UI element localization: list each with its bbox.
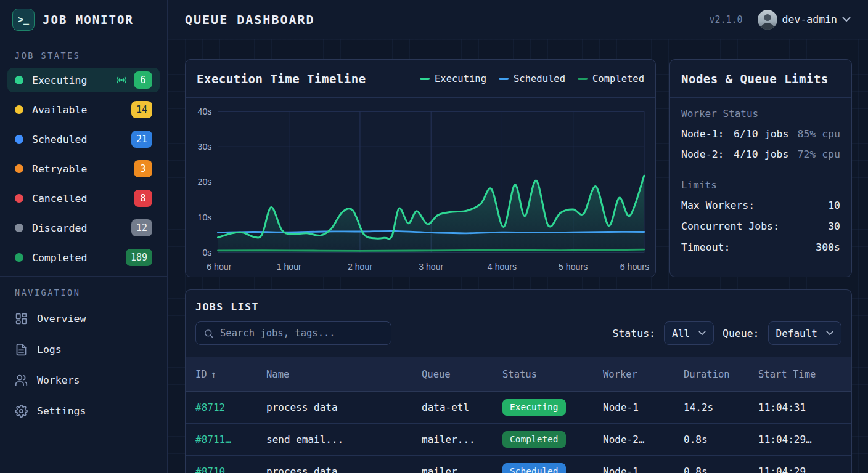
chevron-down-icon [698, 331, 706, 336]
completed-count-badge: 189 [126, 249, 152, 266]
chevron-down-icon [826, 331, 833, 336]
svg-text:6 hour: 6 hour [207, 262, 231, 272]
job-duration: 0.8s [674, 466, 748, 473]
table-row[interactable]: #8711… send_email... mailer... Completed… [186, 424, 851, 456]
job-duration: 0.8s [674, 434, 748, 445]
search-input[interactable] [220, 328, 383, 339]
sidebar-item-workers[interactable]: Workers [7, 366, 160, 394]
sidebar-item-available[interactable]: Available 14 [7, 97, 160, 122]
svg-text:10s: 10s [198, 212, 212, 222]
column-header-queue[interactable]: Queue [412, 369, 493, 380]
dashboard-grid-icon [15, 312, 28, 325]
sidebar-item-completed[interactable]: Completed 189 [7, 245, 160, 270]
job-duration: 14.2s [674, 402, 748, 413]
available-dot-icon [15, 105, 23, 114]
status-filter-label: Status: [613, 328, 656, 339]
sidebar-item-discarded[interactable]: Discarded 12 [7, 216, 160, 240]
gear-icon [15, 405, 28, 418]
cancelled-count-badge: 8 [134, 190, 152, 207]
scheduled-legend-swatch [499, 78, 509, 80]
app-brand-title: JOB MONITOR [43, 13, 134, 26]
job-queue: mailer [412, 466, 493, 473]
search-icon [203, 328, 214, 339]
status-pill: Scheduled [502, 463, 566, 473]
sidebar-item-executing[interactable]: Executing 6 [7, 68, 160, 92]
navigation-section-label: NAVIGATION [7, 288, 160, 297]
job-name: send_email... [256, 434, 412, 445]
users-icon [15, 374, 28, 387]
sidebar-item-logs[interactable]: Logs [7, 336, 160, 363]
legend-item-scheduled[interactable]: Scheduled [499, 73, 565, 84]
sidebar-item-scheduled[interactable]: Scheduled 21 [7, 127, 160, 152]
svg-text:2 hour: 2 hour [348, 262, 372, 272]
job-queue: data-etl [412, 402, 493, 413]
job-id-link[interactable]: #8710 [186, 466, 256, 473]
job-start-time: 11:04:29… [748, 434, 851, 445]
node-1-cpu: 85% cpu [797, 128, 840, 140]
avatar [758, 10, 777, 30]
column-header-worker[interactable]: Worker [593, 369, 674, 380]
scheduled-count-badge: 21 [131, 131, 152, 148]
execution-chart: 0s10s20s30s40s6 hour1 hour2 hour3 hour4 … [190, 100, 649, 281]
available-count-badge: 14 [131, 101, 152, 118]
live-signal-icon [115, 75, 128, 85]
job-states-section-label: JOB STATES [7, 51, 160, 60]
node-2-cpu: 72% cpu [797, 148, 840, 160]
column-header-name[interactable]: Name [256, 369, 412, 380]
column-header-status[interactable]: Status [493, 369, 593, 380]
app-logo: >_ JOB MONITOR [0, 0, 167, 39]
scheduled-dot-icon [15, 135, 23, 144]
executing-dot-icon [15, 76, 23, 84]
legend-item-completed[interactable]: Completed [578, 73, 644, 84]
status-filter-select[interactable]: All [664, 321, 714, 345]
sidebar-item-retryable[interactable]: Retryable 3 [7, 156, 160, 181]
limit-row-timeout: Timeout: 300s [681, 241, 840, 253]
queue-filter-select[interactable]: Default [768, 321, 841, 345]
job-worker: Node-1 [593, 402, 674, 413]
execution-timeline-card: Execution Time Timeline Executing Schedu… [185, 59, 656, 277]
sidebar-item-cancelled[interactable]: Cancelled 8 [7, 186, 160, 211]
job-start-time: 11:04:29 [748, 466, 851, 473]
jobs-table-header: ID↑ Name Queue Status Worker Duration St… [186, 357, 851, 392]
svg-text:30s: 30s [198, 142, 212, 152]
limit-row-max-workers: Max Workers: 10 [681, 200, 840, 211]
jobs-search[interactable] [195, 321, 391, 345]
completed-legend-swatch [578, 78, 588, 80]
jobs-list-card: JOBS LIST Status: All Que [185, 289, 852, 473]
job-id-link[interactable]: #8712 [186, 402, 256, 413]
queue-filter-label: Queue: [723, 328, 760, 339]
worker-row-node-1: Node-1: 6/10 jobs 85% cpu [681, 128, 840, 140]
sidebar: >_ JOB MONITOR JOB STATES Executing 6 Av… [0, 0, 168, 473]
job-id-link[interactable]: #8711… [186, 434, 256, 445]
terminal-icon: >_ [12, 9, 35, 31]
sort-ascending-icon: ↑ [211, 369, 216, 380]
user-menu[interactable]: dev-admin [751, 10, 851, 30]
svg-text:0s: 0s [202, 248, 211, 257]
sidebar-item-settings[interactable]: Settings [7, 397, 160, 424]
job-worker: Node-1 [593, 466, 674, 473]
jobs-table: ID↑ Name Queue Status Worker Duration St… [186, 357, 851, 473]
legend-item-executing[interactable]: Executing [420, 73, 486, 84]
svg-text:3 hour: 3 hour [419, 262, 443, 272]
svg-text:4 hours: 4 hours [488, 262, 517, 272]
completed-dot-icon [15, 253, 23, 262]
column-header-id[interactable]: ID↑ [186, 369, 256, 380]
table-row[interactable]: #8712 process_data data-etl Executing No… [186, 392, 851, 424]
discarded-dot-icon [15, 224, 23, 232]
job-worker: Node-2… [593, 434, 674, 445]
job-start-time: 11:04:31 [748, 402, 851, 413]
chart-legend: Executing Scheduled Completed [420, 73, 644, 84]
chart-plot-area: 0s10s20s30s40s6 hour1 hour2 hour3 hour4 … [186, 98, 655, 281]
column-header-start-time[interactable]: Start Time [748, 369, 851, 380]
svg-text:5 hours: 5 hours [559, 262, 588, 272]
chevron-down-icon [842, 17, 851, 22]
retryable-dot-icon [15, 164, 23, 173]
chart-title: Execution Time Timeline [197, 72, 366, 86]
worker-status-label: Worker Status [681, 108, 840, 119]
nodes-card-divider [681, 169, 840, 169]
timeout-value: 300s [816, 241, 840, 253]
column-header-duration[interactable]: Duration [674, 369, 748, 380]
nodes-card-title: Nodes & Queue Limits [681, 72, 829, 86]
sidebar-item-overview[interactable]: Overview [7, 305, 160, 332]
table-row[interactable]: #8710 process_data mailer Scheduled Node… [186, 456, 851, 473]
